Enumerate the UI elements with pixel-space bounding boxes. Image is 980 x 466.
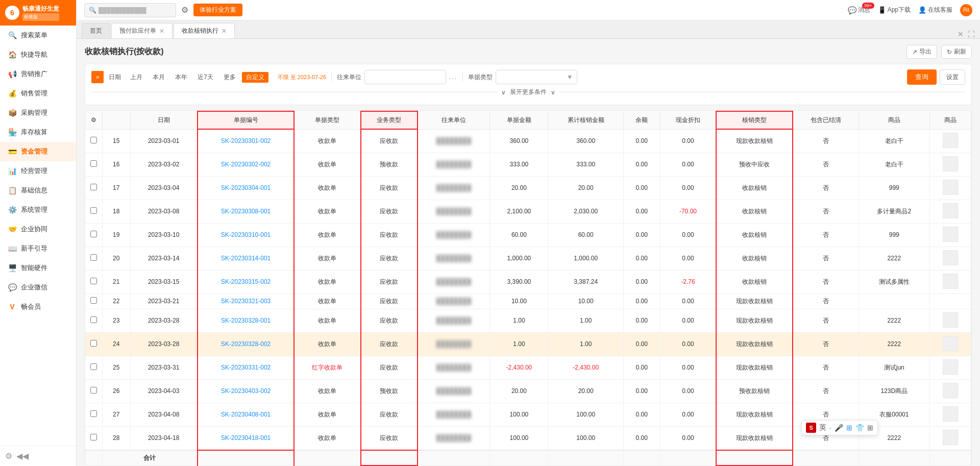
- table-row: 16 2023-03-02 SK-20230302-002 收款单 预收款 ██…: [85, 153, 971, 176]
- filter-toggle-button[interactable]: »: [91, 71, 104, 83]
- col-header-cash-discount[interactable]: 现金折扣: [660, 111, 716, 129]
- sidebar-item-member[interactable]: V 畅会员: [0, 297, 76, 316]
- bill-no-link[interactable]: SK-20230408-001: [221, 411, 271, 418]
- bill-no-link[interactable]: SK-20230418-001: [221, 434, 271, 442]
- sidebar-item-marketing[interactable]: 📢 营销推广: [0, 64, 76, 84]
- bill-no-link[interactable]: SK-20230314-001: [221, 255, 271, 262]
- row-checkbox[interactable]: [90, 340, 97, 347]
- sidebar-item-sales[interactable]: 💰 销售管理: [0, 84, 76, 103]
- sidebar-item-wechat[interactable]: 💬 企业微信: [0, 278, 76, 297]
- ime-mic-icon[interactable]: 🎤: [835, 424, 843, 432]
- date-opt-thisyear[interactable]: 本年: [171, 72, 191, 83]
- sidebar-item-system[interactable]: ⚙️ 系统管理: [0, 200, 76, 219]
- row-checkbox[interactable]: [90, 231, 97, 237]
- date-opt-thismonth[interactable]: 本月: [149, 72, 169, 83]
- receipt-type-select[interactable]: ▼: [496, 70, 577, 84]
- row-checkbox[interactable]: [90, 137, 97, 143]
- counterparty-input[interactable]: [364, 70, 446, 84]
- sidebar-item-guide[interactable]: 📖 新手引导: [0, 239, 76, 258]
- ime-apps-icon[interactable]: ⊞: [867, 424, 873, 432]
- settings-bottom-icon[interactable]: ⚙: [5, 451, 12, 461]
- sidebar-item-search[interactable]: 🔍 搜索菜单: [0, 26, 76, 45]
- refresh-button[interactable]: ↻ 刷新: [941, 45, 972, 59]
- bill-no-link[interactable]: SK-20230304-001: [221, 184, 271, 191]
- topbar-search[interactable]: 🔍 ████████████: [84, 3, 176, 17]
- col-header-product-img[interactable]: 商品: [929, 111, 971, 129]
- bill-no-link[interactable]: SK-20230302-002: [221, 161, 271, 168]
- col-header-balance[interactable]: 余额: [624, 111, 660, 129]
- topbar-gear-icon[interactable]: ⚙: [181, 5, 188, 15]
- date-opt-more[interactable]: 更多: [219, 72, 240, 83]
- solution-button[interactable]: 体验行业方案: [193, 4, 242, 16]
- sidebar-item-quicknav[interactable]: 🏠 快捷导航: [0, 45, 76, 64]
- sidebar-item-basicinfo[interactable]: 📋 基础信息: [0, 181, 76, 200]
- sidebar-item-enterprise[interactable]: 🤝 企业协同: [0, 219, 76, 239]
- row-bill-no: SK-20230301-002: [198, 129, 295, 153]
- sidebar-item-purchase[interactable]: 📦 采购管理: [0, 103, 76, 122]
- bill-no-link[interactable]: SK-20230321-003: [221, 298, 271, 305]
- maximize-tab-icon[interactable]: ⛶: [968, 30, 975, 38]
- row-product-img: [929, 403, 971, 426]
- row-checkbox[interactable]: [90, 160, 97, 167]
- bill-no-link[interactable]: SK-20230310-001: [221, 231, 271, 238]
- tab-receipt[interactable]: 收款核销执行 ✕: [174, 23, 235, 38]
- col-header-bill-no[interactable]: 单据编号: [198, 111, 295, 129]
- col-header-counterparty[interactable]: 往来单位: [418, 111, 490, 129]
- sidebar-item-operations[interactable]: 📊 经营管理: [0, 161, 76, 181]
- ime-shirt-icon[interactable]: 👕: [855, 424, 864, 432]
- row-bill-type: 收款单: [294, 309, 360, 332]
- row-checkbox[interactable]: [90, 207, 97, 214]
- date-custom-button[interactable]: 自定义: [242, 72, 268, 83]
- messages-link[interactable]: 💬 消息 99+: [848, 6, 870, 14]
- col-header-include-settled[interactable]: 包含已结清: [793, 111, 859, 129]
- row-checkbox[interactable]: [90, 387, 97, 394]
- tab-receipt-close[interactable]: ✕: [222, 28, 227, 35]
- row-checkbox[interactable]: [90, 278, 97, 284]
- tab-prepay[interactable]: 预付款应付单 ✕: [111, 23, 173, 38]
- bill-no-link[interactable]: SK-20230328-002: [221, 340, 271, 348]
- col-header-bill-amount[interactable]: 单据金额: [490, 111, 548, 129]
- bill-no-link[interactable]: SK-20230328-001: [221, 317, 271, 324]
- ime-grid-icon[interactable]: ⊞: [846, 424, 852, 432]
- tab-prepay-close[interactable]: ✕: [159, 28, 164, 35]
- bill-no-link[interactable]: SK-20230403-002: [221, 387, 271, 395]
- ime-dot-icon[interactable]: ·: [829, 424, 831, 432]
- filter-expand-row[interactable]: ∨ 展开更多条件 ∨: [91, 88, 965, 96]
- bill-no-link[interactable]: SK-20230301-002: [221, 137, 271, 144]
- row-checkbox[interactable]: [90, 363, 97, 370]
- date-opt-7days[interactable]: 近7天: [193, 72, 217, 83]
- query-button[interactable]: 查询: [907, 69, 937, 85]
- bill-no-link[interactable]: SK-20230308-001: [221, 208, 271, 215]
- date-opt-lastmonth[interactable]: 上月: [126, 72, 146, 83]
- row-product: 2222: [859, 332, 929, 356]
- col-header-cancel-type[interactable]: 核销类型: [716, 111, 792, 129]
- row-checkbox[interactable]: [90, 254, 97, 261]
- app-download-link[interactable]: 📱 App下载: [878, 6, 911, 14]
- col-header-product[interactable]: 商品: [859, 111, 929, 129]
- col-header-settings[interactable]: ⚙: [85, 111, 103, 129]
- col-header-bill-type[interactable]: 单据类型: [294, 111, 360, 129]
- row-checkbox[interactable]: [90, 316, 97, 323]
- export-button[interactable]: ↗ 导出: [906, 45, 937, 59]
- bill-no-link[interactable]: SK-20230331-002: [221, 364, 271, 371]
- row-include-settled: 否: [793, 247, 859, 270]
- tab-home[interactable]: 首页: [82, 23, 110, 38]
- online-service-link[interactable]: 👤 在线客服: [918, 6, 952, 14]
- col-header-biz-type[interactable]: 业务类型: [361, 111, 418, 129]
- guide-icon: 📖: [8, 244, 17, 253]
- sidebar-item-hardware[interactable]: 🖥️ 智能硬件: [0, 258, 76, 278]
- row-checkbox[interactable]: [90, 184, 97, 190]
- ime-chinese-icon[interactable]: 英: [819, 423, 826, 432]
- row-checkbox[interactable]: [90, 434, 97, 440]
- col-header-date[interactable]: 日期: [130, 111, 198, 129]
- sidebar-item-finance[interactable]: 💳 资金管理: [0, 142, 76, 161]
- bill-no-link[interactable]: SK-20230315-002: [221, 278, 271, 285]
- user-avatar[interactable]: Rit: [960, 4, 972, 16]
- collapse-icon[interactable]: ◀◀: [16, 451, 29, 461]
- col-header-cumulative-cancel[interactable]: 累计核销金额: [548, 111, 624, 129]
- row-checkbox[interactable]: [90, 410, 97, 417]
- close-tab-icon[interactable]: ✕: [958, 30, 964, 38]
- filter-settings-button[interactable]: 设置: [940, 69, 965, 85]
- row-checkbox[interactable]: [90, 297, 97, 304]
- sidebar-item-inventory[interactable]: 🏪 库存核算: [0, 122, 76, 142]
